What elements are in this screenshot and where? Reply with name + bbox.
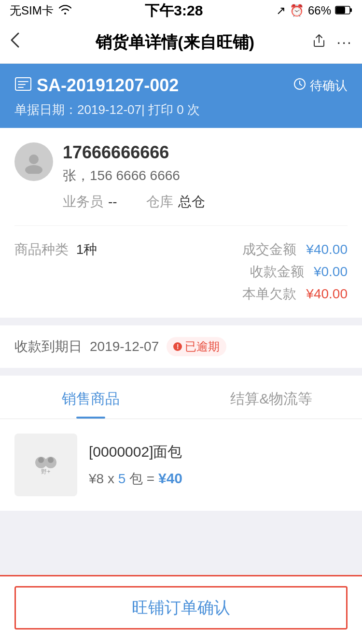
status-time: 下午3:28 [145, 1, 203, 21]
svg-text:野+: 野+ [41, 468, 50, 475]
share-icon[interactable] [311, 33, 327, 52]
due-date: 2019-12-07 [90, 339, 159, 354]
order-date: 单据日期：2019-12-07| 打印 0 次 [14, 101, 348, 118]
back-button[interactable] [10, 31, 39, 53]
received-value: ¥0.00 [314, 264, 348, 280]
bottom-bar: 旺铺订单确认 [0, 575, 362, 644]
warehouse-value: 总仓 [178, 193, 205, 211]
salesperson-label: 业务员 [63, 193, 103, 211]
owed-value: ¥40.00 [306, 286, 348, 302]
alarm-icon: ⏰ [290, 4, 304, 17]
nav-actions: ··· [311, 33, 352, 52]
amount-summary: 成交金额 ¥40.00 收款金额 ¥0.00 本单欠款 ¥40.00 [242, 240, 348, 303]
due-label: 收款到期日 [14, 337, 82, 356]
product-image: 野+ [14, 434, 77, 496]
status-right: ↗ ⏰ 66% [276, 4, 352, 17]
warehouse-meta: 仓库 总仓 [146, 193, 205, 211]
svg-rect-1 [350, 8, 352, 12]
product-type: 商品种类 1种 [14, 240, 97, 259]
clock-icon [293, 78, 306, 94]
tabs-header: 销售商品 结算&物流等 [0, 376, 362, 419]
order-number: SA-20191207-002 [14, 75, 179, 96]
product-price: ¥8 x 5 包 = ¥40 [89, 470, 348, 488]
carrier-text: 无SIM卡 [10, 3, 54, 18]
product-name: [0000002]面包 [89, 442, 348, 462]
confirm-order-button[interactable]: 旺铺订单确认 [14, 586, 348, 630]
overdue-dot-icon: ! [173, 342, 182, 351]
owed-row: 本单欠款 ¥40.00 [242, 285, 348, 303]
due-date-section: 收款到期日 2019-12-07 ! 已逾期 [0, 325, 362, 368]
customer-meta: 业务员 -- 仓库 总仓 [63, 193, 348, 211]
product-item: 野+ [0000002]面包 ¥8 x 5 包 = ¥40 [0, 419, 362, 511]
tab-sales-products[interactable]: 销售商品 [0, 376, 181, 419]
location-icon: ↗ [276, 4, 286, 17]
wifi-icon [58, 4, 72, 17]
salesperson-meta: 业务员 -- [63, 193, 117, 211]
deal-amount-value: ¥40.00 [306, 242, 348, 257]
status-bar: 无SIM卡 下午3:28 ↗ ⏰ 66% [0, 0, 362, 21]
battery-icon [335, 4, 352, 17]
tab-settlement-logistics[interactable]: 结算&物流等 [181, 376, 362, 419]
customer-info: 17666666666 张，156 6666 6666 业务员 -- 仓库 总仓 [63, 142, 348, 211]
customer-phone: 17666666666 [63, 142, 348, 163]
salesperson-value: -- [108, 194, 117, 210]
received-row: 收款金额 ¥0.00 [250, 263, 348, 281]
svg-rect-2 [336, 7, 345, 14]
summary-section: 商品种类 1种 成交金额 ¥40.00 收款金额 ¥0.00 本单欠款 ¥40.… [0, 226, 362, 318]
product-total: ¥40 [158, 470, 182, 486]
order-header-card: SA-20191207-002 待确认 单据日期：2019-12-07| 打印 … [0, 64, 362, 128]
nav-bar: 销货单详情(来自旺铺) ··· [0, 21, 362, 64]
overdue-badge: ! 已逾期 [167, 337, 226, 356]
svg-point-5 [29, 154, 39, 164]
status-left: 无SIM卡 [10, 3, 72, 18]
battery-text: 66% [308, 4, 331, 17]
avatar [14, 142, 53, 181]
more-icon[interactable]: ··· [336, 33, 352, 51]
deal-amount-row: 成交金额 ¥40.00 [242, 240, 348, 259]
svg-point-10 [48, 457, 54, 463]
page-title: 销货单详情(来自旺铺) [39, 31, 311, 54]
order-status-badge: 待确认 [293, 77, 348, 94]
warehouse-label: 仓库 [146, 193, 173, 211]
product-qty: 5 [118, 471, 126, 486]
order-icon [14, 75, 32, 96]
svg-point-8 [38, 457, 44, 463]
product-info: [0000002]面包 ¥8 x 5 包 = ¥40 [89, 442, 348, 488]
customer-section: 17666666666 张，156 6666 6666 业务员 -- 仓库 总仓… [0, 128, 362, 318]
svg-point-6 [25, 165, 42, 174]
customer-name: 张，156 6666 6666 [63, 167, 348, 185]
tabs-section: 销售商品 结算&物流等 野+ [0000002]面包 ¥8 x 5 包 [0, 376, 362, 511]
